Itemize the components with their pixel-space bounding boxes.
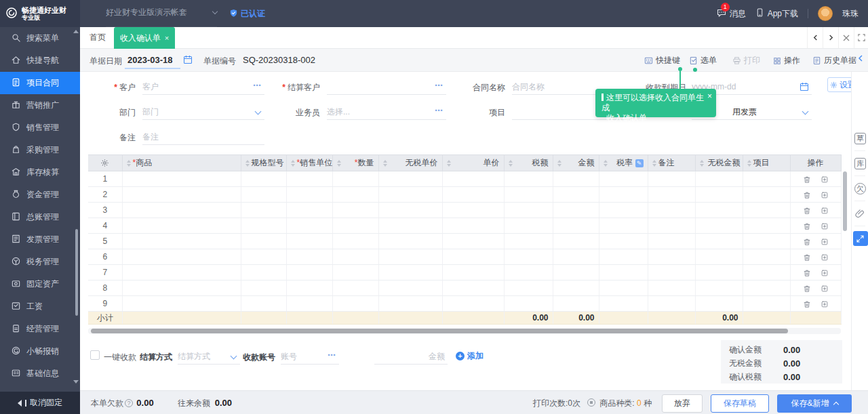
grid-cell[interactable] — [553, 296, 599, 312]
column-header-0[interactable] — [88, 155, 122, 171]
grid-cell[interactable] — [599, 218, 648, 234]
grid-cell[interactable] — [378, 265, 442, 281]
grid-cell[interactable] — [504, 265, 553, 281]
grid-cell[interactable] — [378, 234, 442, 249]
sidebar-item-8[interactable]: 总账管理 — [0, 206, 80, 228]
tooltip-close-icon[interactable]: × — [707, 91, 712, 102]
grid-cell[interactable] — [241, 281, 286, 296]
sidebar-item-0[interactable]: 搜索菜单 — [0, 27, 80, 49]
grid-cell[interactable] — [286, 171, 332, 187]
grid-cell[interactable] — [743, 187, 790, 203]
grid-cell[interactable] — [442, 203, 504, 218]
sort-icon[interactable] — [604, 160, 608, 167]
delete-row-icon[interactable] — [803, 207, 811, 215]
grid-cell[interactable] — [378, 218, 442, 234]
grid-cell[interactable] — [553, 187, 599, 203]
grid-cell[interactable] — [743, 281, 790, 296]
delete-row-icon[interactable] — [803, 300, 811, 308]
grid-cell[interactable] — [241, 249, 286, 265]
sidebar-item-9[interactable]: 发票管理 — [0, 228, 80, 251]
chevron-down-icon[interactable] — [231, 353, 237, 360]
attachment-icon[interactable] — [852, 201, 868, 226]
grid-cell[interactable] — [648, 296, 695, 312]
sort-icon[interactable] — [245, 160, 250, 167]
grid-cell[interactable] — [442, 234, 504, 249]
grid-cell[interactable] — [599, 281, 648, 296]
grid-cell[interactable] — [332, 218, 378, 234]
grid-cell[interactable] — [378, 187, 442, 203]
calendar-icon[interactable] — [183, 55, 193, 66]
grid-cell[interactable] — [332, 265, 378, 281]
help-icon[interactable]: ? — [125, 399, 133, 407]
grid-cell[interactable] — [695, 265, 743, 281]
column-header-9[interactable]: 税率 ✎ — [599, 155, 648, 171]
delete-row-icon[interactable] — [803, 238, 811, 246]
collect-amount-field[interactable]: 金额 — [374, 350, 448, 365]
column-header-5[interactable]: 无税单价 — [378, 155, 442, 171]
grid-cell[interactable] — [241, 203, 286, 218]
more-icon[interactable]: ⋯ — [328, 350, 336, 360]
grid-cell[interactable] — [442, 265, 504, 281]
grid-cell[interactable] — [695, 171, 743, 187]
more-icon[interactable]: ⋯ — [253, 81, 262, 90]
grid-cell[interactable] — [743, 265, 790, 281]
grid-cell[interactable] — [695, 296, 743, 312]
grid-cell[interactable] — [122, 203, 241, 218]
column-header-1[interactable]: *商品 — [122, 155, 241, 171]
tab-scroll-right-button[interactable] — [823, 27, 838, 48]
grid-cell[interactable] — [695, 187, 743, 203]
column-header-4[interactable]: *数量 — [332, 155, 378, 171]
select-doc-button[interactable]: 选单 — [689, 55, 717, 66]
save-and-new-button[interactable]: 保存&新增 — [777, 394, 852, 413]
column-header-10[interactable]: 备注 — [648, 155, 695, 171]
remark-field[interactable]: 备注 — [142, 130, 264, 145]
hscroll-thumb[interactable] — [91, 329, 788, 333]
grid-cell[interactable] — [286, 265, 332, 281]
sort-icon[interactable] — [291, 160, 295, 167]
tax-rate-edit-icon[interactable]: ✎ — [635, 159, 644, 167]
shortcut-keys-button[interactable]: 快捷键 — [644, 55, 680, 66]
add-payment-button[interactable]: + 添加 — [456, 350, 484, 362]
tab-income-confirm[interactable]: 收入确认单× — [114, 27, 175, 49]
grid-cell[interactable] — [648, 265, 695, 281]
grid-cell[interactable] — [743, 296, 790, 312]
grid-cell[interactable] — [553, 281, 599, 296]
grid-cell[interactable] — [286, 203, 332, 218]
grid-cell[interactable] — [241, 218, 286, 234]
grid-cell[interactable] — [599, 249, 648, 265]
vertical-scrollbar-thumb[interactable] — [843, 171, 847, 231]
grid-cell[interactable] — [504, 218, 553, 234]
sidebar-item-6[interactable]: 库存核算 — [0, 161, 80, 184]
grid-cell[interactable] — [743, 249, 790, 265]
grid-cell[interactable] — [241, 296, 286, 312]
unpin-sidebar-button[interactable]: 取消固定 — [0, 392, 80, 414]
grid-cell[interactable] — [599, 203, 648, 218]
actions-button[interactable]: 操作 — [773, 55, 800, 66]
copy-row-icon[interactable] — [821, 300, 829, 308]
grid-cell[interactable] — [553, 265, 599, 281]
grid-cell[interactable] — [648, 203, 695, 218]
grid-cell[interactable] — [743, 218, 790, 234]
scrollbar-thumb[interactable] — [75, 229, 78, 316]
grid-cell[interactable] — [332, 234, 378, 249]
grid-cell[interactable] — [241, 234, 286, 249]
copy-row-icon[interactable] — [821, 253, 829, 262]
column-header-13[interactable]: 操作 — [790, 155, 841, 171]
delete-row-icon[interactable] — [803, 253, 811, 262]
app-download-button[interactable]: App下载 — [755, 8, 798, 20]
sort-icon[interactable] — [509, 160, 513, 167]
scroll-down-icon[interactable] — [73, 380, 79, 384]
sidebar-item-5[interactable]: 采购管理 — [0, 139, 80, 161]
grid-cell[interactable] — [695, 203, 743, 218]
delete-row-icon[interactable] — [803, 222, 811, 230]
doc-date-value[interactable]: 2023-03-18 — [127, 55, 173, 65]
horizontal-scrollbar[interactable] — [88, 328, 841, 334]
grid-cell[interactable] — [553, 171, 599, 187]
customer-field[interactable]: 客户 ⋯ — [142, 80, 264, 95]
grid-cell[interactable] — [332, 187, 378, 203]
grid-cell[interactable] — [332, 171, 378, 187]
grid-cell[interactable] — [504, 187, 553, 203]
grid-cell[interactable] — [553, 218, 599, 234]
delete-row-icon[interactable] — [803, 175, 811, 184]
calendar-icon[interactable] — [800, 82, 809, 94]
